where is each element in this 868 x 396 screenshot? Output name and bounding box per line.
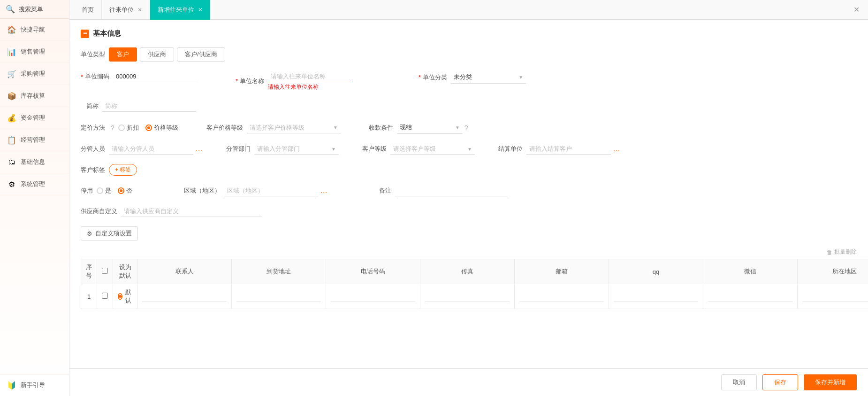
unit-type-group: 单位类型 客户 供应商 客户/供应商 [81, 47, 225, 62]
col-email: 邮箱 [515, 259, 609, 284]
unit-code-input[interactable] [113, 71, 198, 82]
new-guide-icon: 🔰 [7, 380, 17, 390]
sidebar-item-sales[interactable]: 📊 销售管理 [0, 41, 69, 63]
manager-more[interactable]: … [195, 145, 203, 153]
col-fax: 传真 [420, 259, 515, 284]
unit-type-both[interactable]: 客户/供应商 [177, 47, 225, 62]
pricing-level-label: 价格等级 [154, 124, 178, 132]
sidebar-item-label: 资金管理 [21, 114, 45, 122]
unit-type-customer[interactable]: 客户 [109, 47, 137, 62]
save-button[interactable]: 保存 [762, 374, 798, 390]
customer-tag-group: 客户标签 + 标签 [81, 164, 137, 176]
customer-level-input[interactable] [390, 143, 475, 155]
basics-icon: 🗂 [7, 157, 17, 167]
default-radio [118, 293, 122, 300]
save-new-button[interactable]: 保存并新增 [804, 374, 857, 390]
manager-input[interactable] [109, 143, 193, 155]
quick-nav-icon: 🏠 [7, 24, 17, 35]
contact-input[interactable] [142, 291, 227, 302]
custom-settings-button[interactable]: ⚙ 自定义项设置 [81, 226, 138, 241]
customer-tag-row: 客户标签 + 标签 [81, 164, 857, 176]
unit-type-supplier[interactable]: 供应商 [140, 47, 174, 62]
sidebar: 🔍 搜索菜单 🏠 快捷导航 📊 销售管理 🛒 采购管理 📦 库存核算 💰 资金管… [0, 0, 69, 396]
pricing-level-option[interactable]: 价格等级 [145, 124, 178, 132]
unit-name-field-wrap: 请输入往来单位名称 [268, 71, 352, 91]
cancel-button[interactable]: 取消 [721, 374, 757, 390]
tab-new-partner-close[interactable]: ✕ [198, 7, 203, 13]
pricing-discount-label: 折扣 [127, 124, 139, 132]
disabled-no-option[interactable]: 否 [118, 186, 132, 195]
batch-delete-button[interactable]: 🗑 批量删除 [827, 248, 857, 256]
unit-name-label: 单位名称 [240, 77, 264, 85]
cell-address [232, 284, 326, 309]
unit-type-row: 单位类型 客户 供应商 客户/供应商 [81, 47, 857, 62]
payment-terms-help-icon[interactable]: ? [464, 124, 468, 132]
supplier-custom-group: 供应商自定义 [81, 206, 262, 217]
tab-partners[interactable]: 往来单位 ✕ [102, 0, 150, 20]
settlement-unit-input[interactable] [526, 143, 611, 155]
email-input[interactable] [519, 291, 604, 302]
disabled-region-row: 停用 是 否 区域（地区） … 备注 [81, 185, 857, 196]
sidebar-item-system[interactable]: ⚙ 系统管理 [0, 173, 69, 195]
region-more[interactable]: … [320, 186, 327, 195]
default-radio-item[interactable]: 默认 [118, 288, 132, 305]
manager-label: 分管人员 [81, 145, 105, 153]
tab-partners-close[interactable]: ✕ [137, 7, 142, 13]
short-name-input[interactable] [102, 101, 196, 112]
tab-home[interactable]: 首页 [74, 0, 102, 20]
sidebar-item-quick-nav[interactable]: 🏠 快捷导航 [0, 19, 69, 41]
customer-price-level-input[interactable] [247, 122, 341, 133]
wechat-input[interactable] [708, 291, 792, 302]
customer-price-level-label: 客户价格等级 [206, 124, 243, 132]
pricing-help-icon[interactable]: ? [111, 124, 114, 132]
search-menu[interactable]: 🔍 搜索菜单 [0, 0, 69, 19]
sidebar-item-label: 库存核算 [21, 92, 45, 100]
payment-terms-value: 现结 [397, 121, 463, 134]
close-all-tabs[interactable]: ✕ [850, 3, 863, 16]
table-body: 1 默认 [81, 284, 868, 309]
qq-input[interactable] [614, 291, 698, 302]
supplier-custom-input[interactable] [121, 206, 262, 217]
short-name-row: 简称 [81, 101, 857, 112]
tab-partners-label: 往来单位 [109, 6, 134, 14]
sidebar-item-purchase[interactable]: 🛒 采购管理 [0, 63, 69, 85]
search-label: 搜索菜单 [19, 5, 43, 14]
location-input[interactable] [802, 291, 868, 302]
disabled-yes-option[interactable]: 是 [97, 186, 111, 195]
department-input[interactable] [254, 143, 339, 155]
sidebar-item-finance[interactable]: 💰 资金管理 [0, 107, 69, 129]
unit-category-label: 单位分类 [423, 73, 447, 82]
customer-price-level-wrap[interactable]: ▼ [247, 122, 341, 133]
address-input[interactable] [236, 291, 321, 302]
cell-checkbox [97, 284, 113, 309]
row-checkbox[interactable] [102, 293, 108, 299]
pricing-discount-option[interactable]: 折扣 [118, 124, 139, 132]
customer-price-level-group: 客户价格等级 ▼ [206, 122, 341, 133]
tab-new-partner[interactable]: 新增往来单位 ✕ [150, 0, 211, 20]
sidebar-item-inventory[interactable]: 📦 库存核算 [0, 85, 69, 107]
section-title: 基本信息 [93, 29, 121, 38]
department-wrap[interactable]: ▼ [254, 143, 339, 155]
select-all-checkbox[interactable] [102, 268, 108, 274]
main-area: 首页 往来单位 ✕ 新增往来单位 ✕ ✕ ☰ 基本信息 单位类型 客户 供应商 … [69, 0, 868, 396]
phone-input[interactable] [331, 291, 415, 302]
pricing-discount-radio [118, 124, 125, 131]
sidebar-item-operations[interactable]: 📋 经营管理 [0, 129, 69, 151]
unit-name-input[interactable] [268, 71, 352, 82]
table-wrapper: 序号 设为默认 联系人 到货地址 电话号码 传真 邮箱 qq 微信 所在地区 操… [81, 259, 857, 309]
customer-level-wrap[interactable]: ▼ [390, 143, 475, 155]
add-tag-button[interactable]: + 标签 [109, 164, 137, 176]
settlement-unit-more[interactable]: … [613, 145, 620, 153]
sidebar-item-basics[interactable]: 🗂 基础信息 [0, 151, 69, 173]
fax-input[interactable] [425, 291, 510, 302]
pricing-method-group: 定价方法 ? 折扣 价格等级 [81, 124, 178, 132]
disabled-no-label: 否 [126, 186, 132, 195]
col-location: 所在地区 [798, 259, 868, 284]
unit-category-select-wrap: 未分类 ▼ [451, 71, 526, 84]
sidebar-item-label: 系统管理 [21, 180, 45, 188]
region-input[interactable] [224, 185, 318, 196]
sidebar-item-new-guide[interactable]: 🔰 新手引导 [0, 374, 69, 396]
form-content: ☰ 基本信息 单位类型 客户 供应商 客户/供应商 * 单位编码 * [69, 20, 868, 368]
remarks-input[interactable] [395, 185, 508, 196]
unit-category-value: 未分类 [451, 71, 526, 84]
